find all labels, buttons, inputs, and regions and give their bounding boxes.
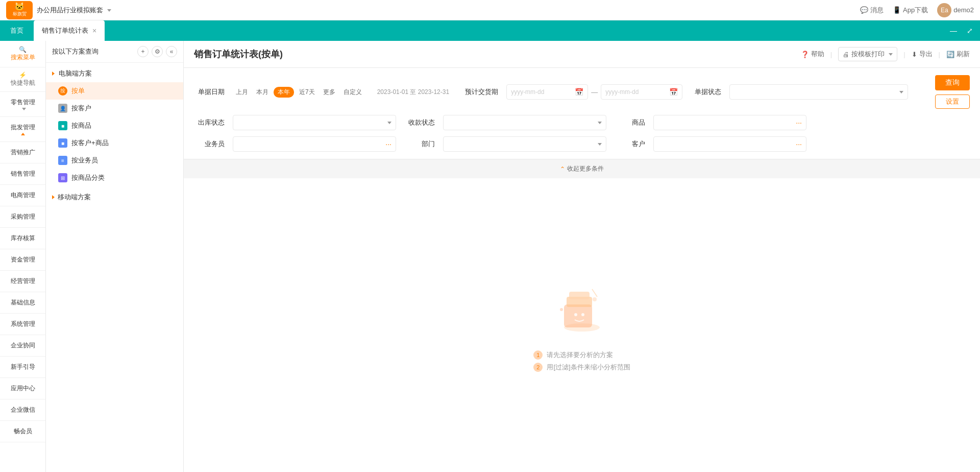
customer-ellipsis[interactable]: ··· [796, 140, 802, 148]
print-button[interactable]: 🖨 按模板打印 [838, 47, 897, 61]
sidebar-search[interactable]: 🔍 搜索菜单 [0, 41, 45, 67]
search-icon: 🔍 [4, 46, 41, 53]
customer-select[interactable]: ··· [653, 136, 806, 152]
salesman-select[interactable]: ··· [233, 136, 396, 152]
department-select[interactable] [443, 136, 606, 152]
department-label: 部门 [404, 139, 435, 149]
tab-sales-report[interactable]: 销售订单统计表 × [34, 20, 105, 41]
receipt-status-select[interactable] [443, 115, 606, 130]
logo-icon: 🐱 [14, 3, 24, 11]
department-dropdown-icon [598, 143, 602, 146]
sidebar-item-newuser[interactable]: 新手引导 [0, 357, 45, 378]
left-panel-title: 按以下方案查询 [52, 47, 99, 56]
sidebar-item-wechat[interactable]: 企业微信 [0, 399, 45, 421]
scheme-item-by-customer[interactable]: 👤 按客户 [46, 100, 183, 117]
left-panel-actions: + ⚙ « [137, 46, 177, 57]
svg-rect-3 [569, 292, 590, 299]
pc-scheme-header[interactable]: 电脑端方案 [46, 65, 183, 82]
customer-label: 客户 [615, 139, 645, 149]
pc-scheme-label: 电脑端方案 [59, 69, 92, 78]
this-year-btn[interactable]: 本年 [274, 87, 294, 98]
retail-expand-icon [22, 108, 26, 110]
date-range-hint: 2023-01-01 至 2023-12-31 [377, 88, 449, 97]
svg-point-4 [574, 313, 577, 316]
export-button[interactable]: ⬇ 导出 [912, 50, 933, 59]
scheme-item-by-customer-goods[interactable]: ■ 按客户+商品 [46, 134, 183, 152]
tab-close-icon[interactable]: × [92, 27, 96, 35]
sidebar-item-finance[interactable]: 资金管理 [0, 249, 45, 271]
salesman-ellipsis[interactable]: ··· [385, 140, 391, 148]
last-7-days-btn[interactable]: 近7天 [296, 87, 318, 98]
divider1: | [830, 51, 832, 58]
settings-button[interactable]: 设置 [935, 95, 970, 109]
custom-btn[interactable]: 自定义 [340, 87, 365, 98]
scheme-icon-by-category: ⊞ [58, 173, 67, 182]
collapse-bar[interactable]: ⌃ 收起更多条件 [184, 159, 980, 178]
scheme-item-by-goods[interactable]: ■ 按商品 [46, 117, 183, 134]
last-month-btn[interactable]: 上月 [233, 87, 251, 98]
pc-scheme-section: 电脑端方案 按 按单 👤 按客户 ■ 按商品 ■ 按客户+商品 [46, 63, 183, 188]
tab-maximize-button[interactable]: ⤢ [964, 25, 976, 37]
sidebar-item-operations[interactable]: 经营管理 [0, 271, 45, 292]
hint-text-1: 请先选择要分析的方案 [547, 350, 613, 360]
scheme-icon-by-customer-goods: ■ [58, 138, 67, 148]
settings-scheme-button[interactable]: ⚙ [152, 46, 163, 57]
expected-date-start[interactable]: yyyy-mm-dd 📅 [506, 84, 588, 100]
calendar-end-icon[interactable]: 📅 [669, 88, 678, 96]
this-month-btn[interactable]: 本月 [253, 87, 272, 98]
more-btn[interactable]: 更多 [320, 87, 338, 98]
sidebar-item-sales[interactable]: 销售管理 [0, 163, 45, 185]
sidebar-item-basic[interactable]: 基础信息 [0, 292, 45, 314]
tab-home[interactable]: 首页 [0, 20, 34, 41]
sidebar-item-enterprise[interactable]: 企业协同 [0, 335, 45, 357]
empty-hint-1: 1 请先选择要分析的方案 [533, 350, 630, 360]
calendar-start-icon[interactable]: 📅 [575, 88, 583, 96]
sidebar-item-system[interactable]: 系统管理 [0, 314, 45, 335]
status-select[interactable] [729, 84, 908, 100]
collapse-panel-button[interactable]: « [166, 46, 177, 57]
sidebar-item-marketing[interactable]: 营销推广 [0, 142, 45, 163]
status-dropdown-icon [899, 91, 903, 93]
message-button[interactable]: 💬 消息 [860, 6, 884, 15]
sidebar-item-inventory[interactable]: 库存核算 [0, 228, 45, 249]
sidebar-item-purchase[interactable]: 采购管理 [0, 206, 45, 228]
scheme-item-by-category[interactable]: ⊞ 按商品分类 [46, 169, 183, 186]
ship-status-select[interactable] [233, 115, 396, 130]
sidebar-item-ecommerce[interactable]: 电商管理 [0, 185, 45, 206]
date-label: 单据日期 [194, 87, 225, 97]
app-download-button[interactable]: 📱 App下载 [893, 6, 928, 15]
add-scheme-button[interactable]: + [137, 46, 149, 57]
help-button[interactable]: ❓ 帮助 [801, 50, 824, 59]
ship-status-label: 出库状态 [194, 118, 225, 127]
divider3: | [939, 51, 940, 58]
sidebar-item-retail[interactable]: 零售管理 [0, 92, 45, 117]
goods-ellipsis[interactable]: ··· [796, 119, 802, 127]
goods-select[interactable]: ··· [653, 115, 806, 130]
query-button[interactable]: 查询 [935, 75, 970, 90]
page-header: 销售订单统计表(按单) ❓ 帮助 | 🖨 按模板打印 | ⬇ [184, 41, 980, 68]
scheme-item-by-order[interactable]: 按 按单 [46, 82, 183, 100]
refresh-button[interactable]: 🔄 刷新 [946, 50, 970, 59]
user-menu[interactable]: Ea demo2 [937, 3, 974, 17]
mobile-scheme-section[interactable]: 移动端方案 [46, 188, 183, 206]
content: 按以下方案查询 + ⚙ « 电脑端方案 按 按单 👤 按 [46, 41, 980, 472]
sidebar-item-wholesale[interactable]: 批发管理 [0, 117, 45, 142]
company-name[interactable]: 办公用品行业模拟账套 [37, 6, 111, 15]
sidebar: 🔍 搜索菜单 ⚡ 快捷导航 零售管理 批发管理 营销推广 销售管理 电商管理 采… [0, 41, 46, 472]
receipt-status-dropdown-icon [598, 122, 602, 124]
left-panel: 按以下方案查询 + ⚙ « 电脑端方案 按 按单 👤 按 [46, 41, 184, 472]
pc-scheme-expand-icon [52, 72, 55, 76]
expected-date-label: 预计交货期 [457, 87, 498, 97]
scheme-item-by-salesman[interactable]: ≡ 按业务员 [46, 152, 183, 169]
logo: 🐱 标旗贸 [6, 1, 33, 19]
expected-date-end-value: yyyy-mm-dd [605, 88, 639, 96]
tab-minimize-button[interactable]: — [947, 25, 960, 37]
scheme-icon-by-order: 按 [58, 86, 67, 96]
sidebar-item-appcenter[interactable]: 应用中心 [0, 378, 45, 399]
sidebar-shortcut[interactable]: ⚡ 快捷导航 [0, 67, 45, 92]
tabbar-actions: — ⤢ [947, 25, 980, 37]
message-icon: 💬 [860, 6, 868, 14]
company-dropdown-icon[interactable] [107, 9, 111, 12]
expected-date-end[interactable]: yyyy-mm-dd 📅 [601, 84, 682, 100]
sidebar-item-member[interactable]: 畅会员 [0, 421, 45, 442]
